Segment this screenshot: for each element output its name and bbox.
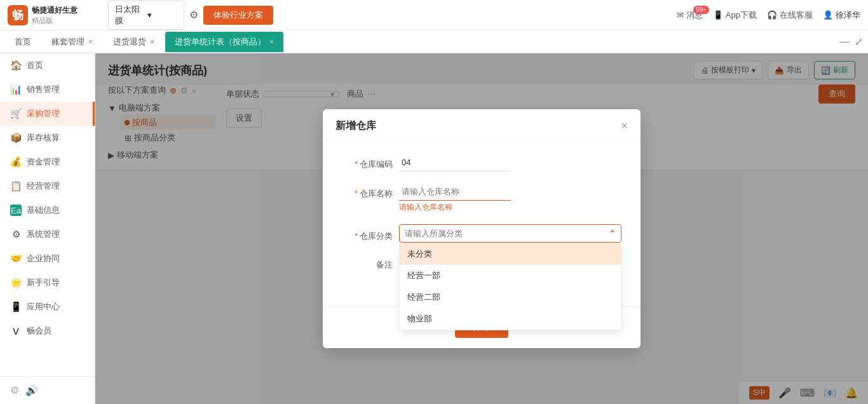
form-row-code: 仓库编码 (342, 154, 621, 172)
category-label: 仓库分类 (342, 226, 399, 242)
dropdown-option-property[interactable]: 物业部 (400, 308, 621, 330)
content-area: 进货单统计(按商品) 🖨 按模板打印 ▾ 📤 导出 🔄 刷新 (95, 53, 868, 404)
online-service-btn[interactable]: 🎧 在线客服 (767, 10, 813, 21)
sidebar-item-inventory[interactable]: 📦 库存核算 (0, 126, 95, 150)
sidebar-item-finance-label: 资金管理 (27, 156, 60, 168)
tab-accounts-close[interactable]: × (88, 37, 93, 46)
tab-statistics[interactable]: 进货单统计表（按商品） × (165, 32, 283, 52)
note-label: 备注 (342, 254, 399, 271)
tab-returns[interactable]: 进货退货 × (104, 32, 164, 52)
name-error-msg: 请输入仓库名称 (399, 202, 621, 213)
message-btn[interactable]: ✉ 消息 99+ (677, 10, 703, 21)
logo-line2: 精品版 (32, 16, 78, 25)
new-warehouse-modal: 新增仓库 × 仓库编码 仓库名称 (323, 109, 641, 348)
tab-accounts[interactable]: 账套管理 × (42, 32, 102, 52)
membership-icon: V (10, 325, 22, 337)
sidebar-item-system[interactable]: ⚙ 系统管理 (0, 222, 95, 246)
message-icon: ✉ (677, 10, 684, 20)
sidebar-item-purchase-label: 采购管理 (27, 108, 60, 119)
logo-icon: 畅 (8, 5, 28, 25)
sales-icon: 📊 (10, 84, 22, 95)
sidebar-item-basic-info-label: 基础信息 (27, 205, 60, 216)
sidebar-item-enterprise[interactable]: 🤝 企业协同 (0, 246, 95, 271)
main-layout: 🏠 首页 📊 销售管理 🛒 采购管理 📦 库存核算 💰 资金管理 📋 经营管理 … (0, 53, 868, 404)
sidebar-item-sales[interactable]: 📊 销售管理 (0, 77, 95, 102)
tab-statistics-close[interactable]: × (269, 37, 274, 46)
sidebar-item-appstore[interactable]: 📱 应用中心 (0, 295, 95, 319)
app-download-btn[interactable]: 📱 App下载 (713, 10, 757, 21)
tab-home-label: 首页 (15, 36, 31, 48)
tab-returns-label: 进货退货 (113, 36, 146, 48)
sidebar-item-home[interactable]: 🏠 首页 (0, 53, 95, 77)
maximize-icon[interactable]: ⤢ (855, 36, 863, 48)
sidebar-item-finance[interactable]: 💰 资金管理 (0, 150, 95, 174)
logo-line1: 畅捷通好生意 (32, 5, 78, 16)
sidebar-item-enterprise-label: 企业协同 (27, 253, 60, 264)
tab-home[interactable]: 首页 (5, 32, 41, 52)
purchase-icon: 🛒 (10, 108, 22, 119)
category-dropdown-wrap: ⌃ 未分类 经营一部 经营二部 物业部 (399, 224, 621, 243)
sidebar-item-system-label: 系统管理 (27, 229, 60, 240)
message-badge: 99+ (693, 6, 709, 14)
tab-accounts-label: 账套管理 (51, 36, 85, 48)
basic-info-icon: Ea (10, 205, 22, 216)
gear-icon[interactable]: ⚙ (189, 9, 198, 21)
sidebar-item-basic-info[interactable]: Ea 基础信息 (0, 198, 95, 222)
operations-icon: 📋 (10, 180, 22, 192)
sidebar-item-home-label: 首页 (27, 60, 43, 71)
category-input[interactable] (399, 224, 621, 243)
topbar-mid: ⚙ 体验行业方案 (189, 6, 672, 25)
system-icon: ⚙ (10, 229, 22, 240)
sidebar-item-inventory-label: 库存核算 (27, 132, 60, 144)
form-row-name: 仓库名称 请输入仓库名称 (342, 183, 621, 213)
topbar: 畅 畅捷通好生意 精品版 日太阳膜 ▾ ⚙ 体验行业方案 ✉ 消息 99+ 📱 … (0, 0, 868, 30)
dropdown-option-dept2[interactable]: 经营二部 (400, 286, 621, 308)
volume-icon[interactable]: 🔊 (25, 384, 38, 396)
code-input[interactable] (399, 154, 511, 172)
tabbar-actions: — ⤢ (839, 36, 863, 48)
tab-returns-close[interactable]: × (150, 37, 154, 46)
sidebar-bottom: ⚙ 🔊 (0, 376, 95, 404)
tab-statistics-label: 进货单统计表（按商品） (175, 36, 266, 48)
modal-title: 新增仓库 (336, 119, 376, 133)
appstore-icon: 📱 (10, 301, 22, 313)
modal-header: 新增仓库 × (323, 109, 641, 141)
app-download-label: App下载 (726, 10, 757, 21)
guide-icon: 🌟 (10, 277, 22, 288)
sidebar-item-membership[interactable]: V 畅会员 (0, 319, 95, 343)
sidebar: 🏠 首页 📊 销售管理 🛒 采购管理 📦 库存核算 💰 资金管理 📋 经营管理 … (0, 53, 95, 404)
modal-close-button[interactable]: × (621, 119, 628, 133)
modal-body: 仓库编码 仓库名称 请输入仓库名称 (323, 141, 641, 306)
sidebar-item-guide-label: 新手引导 (27, 277, 60, 288)
dropdown-option-uncategorized[interactable]: 未分类 (400, 243, 621, 265)
user-name: 徐泽华 (836, 10, 860, 21)
online-service-label: 在线客服 (780, 10, 813, 21)
code-input-wrap (399, 154, 621, 172)
topbar-right: ✉ 消息 99+ 📱 App下载 🎧 在线客服 👤 徐泽华 (677, 10, 860, 21)
modal-overlay: 新增仓库 × 仓库编码 仓库名称 (95, 53, 868, 404)
enterprise-icon: 🤝 (10, 253, 22, 264)
chevron-down-icon: ▾ (147, 10, 177, 20)
settings-bottom-icon[interactable]: ⚙ (10, 384, 19, 396)
sidebar-item-operations[interactable]: 📋 经营管理 (0, 174, 95, 198)
phone-icon: 📱 (713, 10, 723, 20)
store-selector[interactable]: 日太阳膜 ▾ (108, 1, 184, 30)
minimize-icon[interactable]: — (839, 36, 850, 48)
dropdown-option-dept1[interactable]: 经营一部 (400, 265, 621, 286)
home-icon: 🏠 (10, 60, 22, 71)
category-dropdown-menu: 未分类 经营一部 经营二部 物业部 (399, 243, 621, 330)
sidebar-item-purchase[interactable]: 🛒 采购管理 (0, 102, 95, 126)
user-menu[interactable]: 👤 徐泽华 (823, 10, 860, 21)
trial-button[interactable]: 体验行业方案 (203, 6, 273, 25)
dropdown-arrow-icon[interactable]: ⌃ (608, 227, 616, 239)
sidebar-item-sales-label: 销售管理 (27, 84, 60, 95)
inventory-icon: 📦 (10, 132, 22, 144)
sidebar-item-membership-label: 畅会员 (27, 325, 51, 337)
name-label: 仓库名称 (342, 183, 399, 199)
name-input-wrap: 请输入仓库名称 (399, 183, 621, 213)
sidebar-item-operations-label: 经营管理 (27, 180, 60, 192)
name-input[interactable] (399, 183, 511, 201)
sidebar-item-guide[interactable]: 🌟 新手引导 (0, 271, 95, 295)
code-label: 仓库编码 (342, 154, 399, 170)
sidebar-item-appstore-label: 应用中心 (27, 301, 60, 313)
